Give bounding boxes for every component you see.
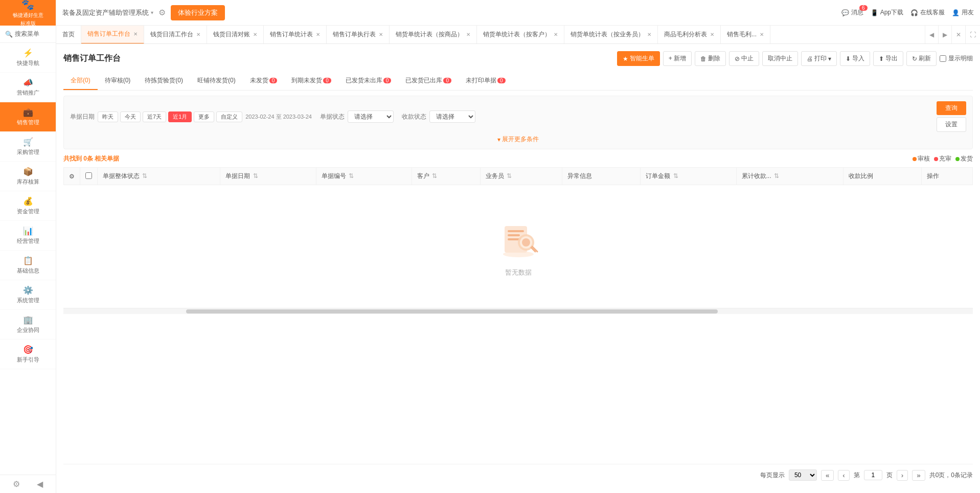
sidebar-item-system[interactable]: ⚙️ 系统管理 [0,280,56,310]
tab-close-icon[interactable]: ✕ [760,32,764,37]
settings-icon[interactable]: ⚙ [13,479,20,489]
filter-tab-shipped-not-out[interactable]: 已发货未出库0 [338,72,399,90]
show-detail-input[interactable] [940,55,946,62]
message-item[interactable]: 💬 消息 6 [841,8,863,17]
col-amount-header[interactable]: 订单金额 ⇅ [641,168,736,185]
page-number-input[interactable] [864,470,882,480]
scrollbar-area[interactable] [63,308,973,314]
tab-close-icon[interactable]: ✕ [379,32,383,37]
sidebar-item-basic[interactable]: 📋 基础信息 [0,251,56,280]
date-more-button[interactable]: 更多 [194,111,214,122]
date-custom-button[interactable]: 自定义 [216,111,242,122]
sidebar-item-purchase[interactable]: 🛒 采购管理 [0,132,56,162]
col-collected-header[interactable]: 累计收款... ⇅ [736,168,843,185]
tab-close-icon[interactable]: ✕ [710,32,714,37]
page-size-select[interactable]: 50 10 20 100 [789,469,817,481]
tab-sale-summary-product[interactable]: 销货单统计表（按商品） ✕ [390,26,477,44]
filter-tab-wangpu-ship-label: 旺铺待发货(0) [197,77,236,84]
scrollbar-thumb[interactable] [186,309,718,313]
last-page-button[interactable]: » [912,470,925,481]
next-page-button[interactable]: › [897,470,908,481]
show-detail-checkbox[interactable]: 显示明细 [940,54,973,63]
sidebar-item-finance[interactable]: 💰 资金管理 [0,191,56,221]
tab-cash-daily[interactable]: 钱货日清工作台 ✕ [144,26,207,44]
date-1month-button[interactable]: 近1月 [168,111,192,122]
col-staff-header[interactable]: 业务员 ⇅ [480,168,562,185]
sidebar-item-operations[interactable]: 📊 经营管理 [0,221,56,251]
export-button[interactable]: ⬆ 导出 [873,51,903,66]
import-button[interactable]: ⬇ 导入 [840,51,870,66]
filter-tab-not-shipped[interactable]: 未发货0 [243,72,285,90]
sidebar-item-inventory[interactable]: 📦 库存核算 [0,162,56,191]
date-7days-button[interactable]: 近7天 [143,111,166,122]
col-date-header[interactable]: 单据日期 ⇅ [220,168,316,185]
user-item[interactable]: 👤 用友 [952,8,974,17]
status-select[interactable]: 请选择 [348,110,394,123]
sidebar-item-quick[interactable]: ⚡ 快捷导航 [0,43,56,73]
add-button[interactable]: + 新增 [663,51,692,66]
col-number-header[interactable]: 单据编号 ⇅ [316,168,412,185]
print-button[interactable]: 🖨 打印 ▾ [801,51,837,66]
collapse-icon[interactable]: ◀ [37,479,43,489]
payment-select[interactable]: 请选择 [429,110,475,123]
sidebar-item-newbie[interactable]: 🎯 新手引导 [0,340,56,369]
tab-sale-summary-staff[interactable]: 销货单统计表（按业务员） ✕ [564,26,658,44]
tab-cash-reconcile[interactable]: 钱货日清对账 ✕ [207,26,264,44]
first-page-button[interactable]: « [821,470,834,481]
tab-scroll-right-button[interactable]: ▶ [938,26,951,44]
filter-tab-overdue-ship[interactable]: 到期未发货0 [284,72,338,90]
filter-tab-not-printed[interactable]: 未打印单据0 [459,72,513,90]
smart-create-button[interactable]: ★ 智能生单 [617,51,660,66]
tab-gross-profit[interactable]: 商品毛利分析表 ✕ [658,26,721,44]
tab-sale-summary-customer[interactable]: 销货单统计表（按客户） ✕ [477,26,564,44]
col-status-header[interactable]: 单据整体状态 ⇅ [98,168,220,185]
app-download-item[interactable]: 📱 App下载 [871,8,903,17]
sidebar-item-corp[interactable]: 🏢 企业协同 [0,310,56,340]
tab-close-icon[interactable]: ✕ [253,32,257,37]
tab-close-icon[interactable]: ✕ [647,32,651,37]
filter-tab-shipped-out[interactable]: 已发货已出库0 [398,72,459,90]
tab-close-current-button[interactable]: ✕ [951,26,965,44]
sidebar-item-marketing[interactable]: 📣 营销推广 [0,73,56,102]
ship-action-button[interactable]: 发货 [955,154,973,163]
cancel-stop-button[interactable]: 取消中止 [762,51,798,66]
filter-tab-all[interactable]: 全部(0) [63,72,98,90]
result-count: 0条 [83,155,95,162]
stop-button[interactable]: ⊘ 中止 [729,51,759,66]
tab-close-icon[interactable]: ✕ [316,32,320,37]
tab-sales-stats[interactable]: 销售订单统计表 ✕ [264,26,327,44]
tab-sales-order[interactable]: 销售订单工作台 ✕ [81,26,144,44]
refresh-button[interactable]: ↻ 刷新 [906,51,937,66]
date-today-button[interactable]: 今天 [120,111,141,122]
sidebar-item-sales[interactable]: 💼 销售管理 [0,102,56,132]
tab-close-icon[interactable]: ✕ [466,32,470,37]
settings-gear-icon[interactable]: ⚙ [158,8,166,17]
tab-home[interactable]: 首页 [56,26,81,44]
filter-tab-pending-inspect[interactable]: 待拣货验货(0) [138,72,190,90]
filter-tab-wangpu-ship[interactable]: 旺铺待发货(0) [190,72,243,90]
sidebar-search[interactable]: 🔍 搜索菜单 [0,26,56,43]
tab-sales-more[interactable]: 销售毛利... ✕ [721,26,770,44]
unaudit-action-button[interactable]: 充审 [934,154,951,163]
date-yesterday-button[interactable]: 昨天 [98,111,118,122]
tab-close-icon[interactable]: ✕ [196,32,200,37]
column-settings-icon[interactable]: ⚙ [69,173,75,180]
tab-fullscreen-button[interactable]: ⛶ [965,26,980,44]
solution-button[interactable]: 体验行业方案 [171,5,225,20]
query-button[interactable]: 查询 [937,101,966,115]
tab-close-icon[interactable]: ✕ [554,32,558,37]
settings-button[interactable]: 设置 [937,117,966,132]
filter-tab-pending-review[interactable]: 待审核(0) [98,72,138,90]
sidebar-logo[interactable]: 🐾 畅捷通好生意 标准版 [0,0,56,26]
select-all-checkbox[interactable] [85,172,92,179]
prev-page-button[interactable]: ‹ [838,470,849,481]
service-item[interactable]: 🎧 在线客服 [910,8,945,17]
tab-close-icon[interactable]: ✕ [133,31,138,37]
col-customer-header[interactable]: 客户 ⇅ [412,168,480,185]
audit-action-button[interactable]: 审核 [913,154,930,163]
tab-scroll-left-button[interactable]: ◀ [925,26,938,44]
tab-sales-exec[interactable]: 销售订单执行表 ✕ [327,26,390,44]
delete-button[interactable]: 🗑 删除 [695,51,726,66]
expand-conditions-button[interactable]: ▾ 展开更多条件 [497,135,539,144]
system-title-dropdown[interactable]: 装备及固定资产辅助管理系统 ▾ [62,8,153,17]
